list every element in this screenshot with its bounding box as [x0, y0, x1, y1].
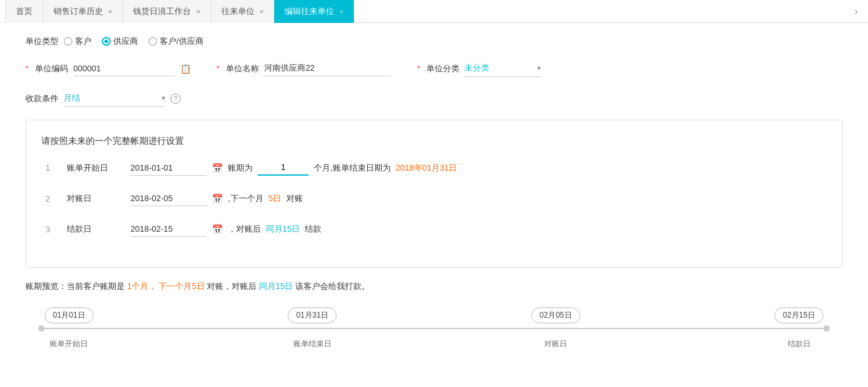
step-3-num: 3 — [41, 225, 54, 234]
unit-name-group: * 单位名称 — [216, 61, 391, 76]
payment-label: 收款条件 — [25, 93, 59, 104]
unit-class-label: 单位分类 — [426, 63, 459, 74]
step-1-input-group: 📅 账期为 个月,账单结束日期为 2018年01月31日 — [130, 160, 457, 176]
step-2-date-input[interactable] — [130, 191, 207, 206]
step-2-calendar-icon[interactable]: 📅 — [212, 194, 223, 204]
radio-supplier[interactable]: 供应商 — [102, 36, 138, 47]
step-3-label: 结款日 — [67, 223, 118, 235]
preview-text: 账期预览：当前客户账期是 1个月， 下一个月5日 对账，对账后 同月15日 该客… — [25, 281, 843, 292]
preview-middle2: 对账，对账后 — [207, 281, 256, 291]
unit-type-group: 单位类型 客户 供应商 客户/供应商 — [25, 36, 204, 47]
card-section: 请按照未来的一个完整帐期进行设置 1 账单开始日 📅 账期为 个月,账单结束日期… — [25, 120, 843, 268]
step-1-num: 1 — [41, 163, 54, 172]
timeline-badge-1: 01月31日 — [288, 307, 337, 323]
timeline-point-2: 02月05日 对账日 — [531, 307, 580, 349]
unit-class-star: * — [417, 64, 420, 73]
step-3-suffix-post: 结款 — [305, 223, 321, 235]
unit-info-row: * 单位编码 📋 * 单位名称 * 单位分类 未分类 ▾ — [25, 60, 843, 77]
tab-partner-close[interactable]: × — [260, 8, 263, 15]
tab-edit-partner-close[interactable]: × — [339, 8, 343, 15]
tab-sales-order-history[interactable]: 销售订单历史 × — [43, 0, 123, 23]
timeline-dot-start — [38, 325, 45, 332]
step-2-input-group: 📅 ,下一个月 5日 对账 — [130, 191, 303, 206]
step-1-row: 1 账单开始日 📅 账期为 个月,账单结束日期为 2018年01月31日 — [41, 160, 827, 176]
tab-expand-button[interactable]: › — [850, 6, 863, 17]
step-3-highlight: 同月15日 — [266, 223, 300, 235]
main-content: 单位类型 客户 供应商 客户/供应商 * 单位编码 — [0, 23, 868, 387]
timeline-dot-end — [823, 325, 830, 332]
tab-edit-partner[interactable]: 编辑往来单位 × — [274, 0, 354, 23]
timeline-point-0: 01月01日 账单开始日 — [45, 307, 94, 349]
timeline-point-1: 01月31日 账单结束日 — [288, 307, 337, 349]
payment-group: 收款条件 月结 ▾ ? — [25, 90, 181, 107]
preview-highlight2: 同月15日 — [259, 281, 293, 291]
timeline-badge-0: 01月01日 — [45, 307, 94, 323]
tab-home[interactable]: 首页 — [5, 0, 43, 23]
unit-name-star: * — [216, 64, 220, 73]
step-1-label: 账单开始日 — [67, 162, 118, 174]
step-1-period-input[interactable] — [258, 160, 309, 176]
step-2-num: 2 — [41, 194, 54, 204]
radio-customer-circle — [64, 37, 73, 46]
radio-customer[interactable]: 客户 — [64, 36, 92, 47]
step-3-calendar-icon[interactable]: 📅 — [212, 224, 223, 234]
radio-supplier-circle — [102, 37, 111, 46]
tab-sales-order-history-close[interactable]: × — [108, 8, 112, 15]
step-3-input-group: 📅 ，对账后 同月15日 结款 — [130, 222, 321, 237]
step-1-suffix: 账期为 — [228, 162, 253, 174]
unit-code-label: 单位编码 — [35, 63, 68, 74]
unit-code-copy-icon[interactable]: 📋 — [180, 64, 191, 74]
unit-code-input[interactable] — [73, 61, 175, 76]
step-1-period-unit: 个月,账单结束日期为 — [314, 162, 391, 174]
unit-type-label: 单位类型 — [25, 36, 59, 47]
preview-suffix: 该客户会给我打款。 — [295, 281, 370, 291]
payment-value: 月结 — [64, 92, 162, 104]
timeline-inner: 01月01日 账单开始日 01月31日 账单结束日 02月05日 对账日 02月… — [45, 307, 823, 349]
timeline: 01月01日 账单开始日 01月31日 账单结束日 02月05日 对账日 02月… — [38, 307, 830, 349]
radio-both-circle — [148, 37, 157, 46]
radio-supplier-label: 供应商 — [113, 36, 138, 47]
tab-cash-work-label: 钱货日清工作台 — [133, 6, 191, 17]
step-2-suffix-post: 对账 — [286, 193, 303, 204]
tab-sales-order-history-label: 销售订单历史 — [53, 6, 103, 17]
tab-cash-work[interactable]: 钱货日清工作台 × — [123, 0, 211, 23]
tab-bar: 首页 销售订单历史 × 钱货日清工作台 × 往来单位 × 编辑往来单位 × › — [0, 0, 868, 23]
radio-both-label: 客户/供应商 — [160, 36, 204, 47]
radio-both[interactable]: 客户/供应商 — [148, 36, 204, 47]
unit-type-row: 单位类型 客户 供应商 客户/供应商 — [25, 36, 843, 47]
step-2-highlight: 5日 — [269, 193, 281, 204]
unit-class-value: 未分类 — [465, 62, 537, 74]
timeline-wrapper: 01月01日 账单开始日 01月31日 账单结束日 02月05日 对账日 02月… — [25, 307, 843, 349]
tab-partner[interactable]: 往来单位 × — [211, 0, 274, 23]
timeline-badge-3: 02月15日 — [774, 307, 823, 323]
unit-name-input[interactable] — [264, 61, 391, 76]
tab-edit-partner-label: 编辑往来单位 — [284, 6, 334, 17]
step-2-label: 对账日 — [67, 193, 118, 204]
unit-type-radio-group: 客户 供应商 客户/供应商 — [64, 36, 204, 47]
step-1-calendar-icon[interactable]: 📅 — [212, 163, 223, 173]
payment-row: 收款条件 月结 ▾ ? — [25, 90, 843, 107]
step-3-date-input[interactable] — [130, 222, 207, 237]
step-3-suffix-pre: ，对账后 — [228, 223, 261, 235]
payment-arrow-icon: ▾ — [162, 94, 165, 102]
payment-select[interactable]: 月结 ▾ — [64, 90, 165, 107]
tab-cash-work-close[interactable]: × — [196, 8, 200, 15]
timeline-label-0: 账单开始日 — [50, 339, 88, 349]
unit-name-label: 单位名称 — [226, 63, 259, 74]
payment-help-icon[interactable]: ? — [171, 94, 181, 104]
step-3-row: 3 结款日 📅 ，对账后 同月15日 结款 — [41, 222, 827, 237]
timeline-badge-2: 02月05日 — [531, 307, 580, 323]
step-2-row: 2 对账日 📅 ,下一个月 5日 对账 — [41, 191, 827, 206]
tab-partner-label: 往来单位 — [221, 6, 255, 17]
timeline-label-2: 对账日 — [544, 339, 567, 349]
step-1-date-input[interactable] — [130, 160, 207, 176]
timeline-label-1: 账单结束日 — [293, 339, 332, 349]
step-1-period-end: 2018年01月31日 — [396, 162, 458, 174]
timeline-point-3: 02月15日 结款日 — [774, 307, 823, 349]
step-2-suffix-pre: ,下一个月 — [228, 193, 263, 204]
unit-class-group: * 单位分类 未分类 ▾ — [417, 60, 541, 77]
unit-class-select[interactable]: 未分类 ▾ — [465, 60, 541, 77]
preview-prefix: 账期预览：当前客户账期是 — [25, 281, 125, 291]
preview-middle1: 下一个月5日 — [158, 281, 204, 291]
unit-code-group: * 单位编码 📋 — [25, 61, 191, 76]
